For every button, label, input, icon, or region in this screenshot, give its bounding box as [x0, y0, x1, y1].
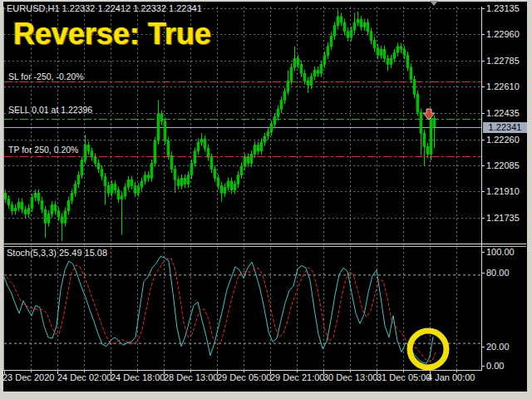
candle-body [91, 151, 93, 157]
candle-body [244, 157, 246, 166]
candle-body [157, 114, 160, 140]
candle-body [224, 187, 226, 193]
candle-body [124, 187, 126, 196]
candle-body [214, 170, 216, 179]
price-axis-label: 1.21910 [486, 186, 520, 196]
candle-body [347, 32, 349, 37]
candle-body [400, 47, 402, 50]
candle-body [383, 50, 386, 59]
candle-body [397, 47, 399, 52]
candle-body [81, 160, 83, 175]
candle-body [377, 48, 379, 56]
candle-body [31, 198, 33, 209]
app-window: 1.231351.229601.227851.226101.224351.222… [0, 0, 532, 399]
candle-body [140, 181, 143, 187]
time-axis-label: 24 Dec 18:00 [111, 372, 165, 382]
candle-body [247, 157, 249, 163]
candle-body [194, 151, 196, 163]
candle-body [197, 142, 200, 151]
price-axis-label: 1.23135 [486, 3, 520, 13]
stochastic-series [4, 257, 436, 364]
candle-body [61, 217, 63, 223]
candle-body [327, 47, 329, 56]
candle-body [287, 81, 289, 91]
candle-body [230, 181, 233, 190]
candle-body [94, 157, 96, 163]
candle-body [167, 140, 170, 155]
candle-body [264, 136, 266, 142]
price-axis-label: 1.22960 [486, 29, 520, 39]
candle-body [147, 175, 150, 179]
candle-body [293, 58, 296, 67]
current-price-box: 1.22341 [483, 122, 527, 133]
candle-body [170, 155, 173, 169]
candle-body [107, 185, 110, 193]
candle-body [67, 200, 70, 211]
candle-body [254, 145, 256, 155]
candle-body [184, 178, 186, 184]
candle-body [426, 147, 429, 155]
candle-body [340, 17, 342, 22]
stochastic-label: Stoch(5,3,3) 25.49 15.08 [7, 248, 107, 258]
candle-body [64, 211, 66, 223]
candle-body [160, 114, 163, 121]
symbol-info-label: EURUSD,H1 1.22332 1.22412 1.22332 1.2234… [7, 3, 202, 13]
candle-body [74, 185, 76, 194]
candle-body [220, 185, 223, 193]
candle-body [270, 125, 273, 132]
candle-body [187, 175, 190, 185]
candle-body [21, 202, 23, 209]
stoch-signal-line [7, 259, 436, 362]
candle-body [267, 132, 269, 136]
candle-body [217, 178, 219, 185]
time-axis-label: 4 Jan 00:00 [427, 372, 475, 382]
time-axis-label: 23 Dec 2020 [2, 372, 54, 382]
tp-line-label: TP for 250, 0.20% [8, 145, 78, 155]
candle-body [423, 133, 426, 146]
candle-body [37, 193, 40, 200]
candle-body [393, 52, 396, 58]
price-axis-label: 1.21735 [486, 213, 520, 223]
chart-shift-icon [430, 1, 438, 6]
candle-body [150, 163, 153, 178]
candle-body [333, 26, 336, 37]
candle-body [4, 193, 7, 199]
time-axis-label: 31 Dec 05:00 [377, 372, 431, 382]
candle-body [44, 209, 47, 223]
candle-body [363, 22, 366, 27]
stoch-main-line [4, 257, 433, 364]
indicator-axis-label: 20.00 [486, 342, 510, 352]
candle-body [313, 71, 316, 76]
candle-body [277, 110, 279, 117]
candle-body [131, 180, 133, 185]
candle-body [367, 22, 369, 32]
candle-body [250, 155, 253, 164]
candle-body [77, 175, 80, 185]
candle-body [390, 58, 392, 64]
candle-body [177, 180, 180, 185]
candle-body [57, 211, 60, 217]
price-axis-label: 1.22610 [486, 81, 520, 91]
candle-body [144, 175, 146, 181]
candle-body [310, 76, 313, 86]
candle-body [337, 17, 339, 26]
candle-body [34, 193, 37, 197]
candle-body [84, 145, 86, 160]
candle-body [280, 101, 283, 110]
candle-body [406, 56, 409, 67]
candle-body [200, 140, 203, 143]
candle-body [300, 65, 303, 74]
candle-body [303, 73, 306, 81]
candle-body [260, 142, 263, 151]
candle-body [7, 200, 10, 205]
candle-body [410, 67, 412, 79]
candle-body [387, 58, 389, 64]
candle-body [237, 175, 239, 185]
reverse-annotation: Reverse: True [13, 17, 211, 52]
chart-canvas[interactable]: 1.231351.229601.227851.226101.224351.222… [0, 0, 532, 399]
candle-body [297, 58, 299, 64]
candle-body [71, 193, 73, 200]
candle-body [227, 181, 229, 187]
indicator-axis-label: 100.00 [486, 247, 515, 257]
candle-body [307, 81, 309, 85]
